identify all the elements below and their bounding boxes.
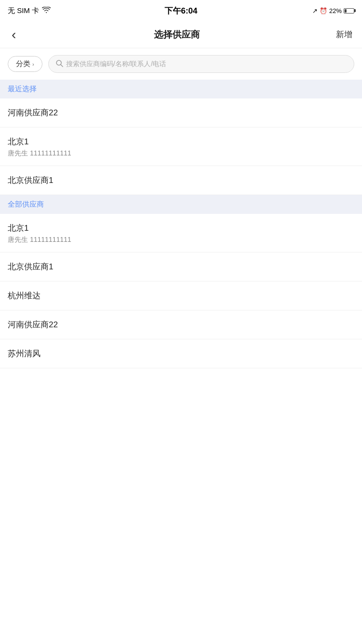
list-item[interactable]: 北京1 唐先生 11111111111 bbox=[0, 127, 362, 166]
list-item[interactable]: 河南供应商22 bbox=[0, 98, 362, 127]
item-name: 河南供应商22 bbox=[8, 319, 354, 330]
carrier-text: 无 SIM 卡 bbox=[8, 6, 39, 15]
back-button[interactable]: ‹ bbox=[10, 25, 18, 44]
status-right: ↗ ⏰ 22% bbox=[312, 7, 354, 14]
list-item[interactable]: 北京供应商1 bbox=[0, 166, 362, 195]
status-left: 无 SIM 卡 bbox=[8, 6, 51, 15]
all-items-list: 北京1 唐先生 11111111111 北京供应商1 杭州维达 河南供应商22 … bbox=[0, 214, 362, 368]
search-placeholder: 搜索供应商编码/名称/联系人/电话 bbox=[66, 60, 167, 69]
battery-percent: 22% bbox=[329, 7, 342, 14]
wifi-icon bbox=[42, 7, 51, 15]
status-time: 下午6:04 bbox=[165, 5, 197, 16]
location-icon: ↗ bbox=[312, 7, 318, 14]
page-title: 选择供应商 bbox=[154, 28, 200, 41]
list-item[interactable]: 杭州维达 bbox=[0, 281, 362, 310]
item-name: 北京1 bbox=[8, 136, 354, 147]
battery-icon bbox=[344, 8, 354, 14]
search-icon bbox=[56, 59, 63, 69]
item-name: 河南供应商22 bbox=[8, 107, 354, 118]
recent-items-list: 河南供应商22 北京1 唐先生 11111111111 北京供应商1 bbox=[0, 98, 362, 195]
recent-section-label: 最近选择 bbox=[8, 84, 37, 93]
list-item[interactable]: 北京1 唐先生 11111111111 bbox=[0, 214, 362, 252]
search-box[interactable]: 搜索供应商编码/名称/联系人/电话 bbox=[48, 55, 354, 73]
recent-section-header: 最近选择 bbox=[0, 80, 362, 98]
item-name: 北京供应商1 bbox=[8, 261, 354, 272]
item-name: 苏州清风 bbox=[8, 348, 354, 359]
chevron-right-icon: › bbox=[32, 61, 34, 67]
item-name: 北京供应商1 bbox=[8, 175, 354, 186]
status-bar: 无 SIM 卡 下午6:04 ↗ ⏰ 22% bbox=[0, 0, 362, 21]
add-button[interactable]: 新增 bbox=[336, 29, 352, 40]
item-contact: 唐先生 11111111111 bbox=[8, 149, 354, 158]
category-button[interactable]: 分类 › bbox=[8, 56, 42, 72]
item-contact: 唐先生 11111111111 bbox=[8, 236, 354, 244]
nav-bar: ‹ 选择供应商 新增 bbox=[0, 21, 362, 48]
all-section-label: 全部供应商 bbox=[8, 200, 44, 208]
list-item[interactable]: 北京供应商1 bbox=[0, 252, 362, 281]
item-name: 杭州维达 bbox=[8, 290, 354, 301]
all-section-header: 全部供应商 bbox=[0, 195, 362, 214]
item-name: 北京1 bbox=[8, 223, 354, 234]
category-label: 分类 bbox=[16, 59, 30, 69]
svg-line-1 bbox=[61, 65, 63, 67]
list-item[interactable]: 河南供应商22 bbox=[0, 310, 362, 339]
filter-bar: 分类 › 搜索供应商编码/名称/联系人/电话 bbox=[0, 48, 362, 80]
alarm-icon: ⏰ bbox=[320, 7, 327, 14]
list-item[interactable]: 苏州清风 bbox=[0, 339, 362, 368]
